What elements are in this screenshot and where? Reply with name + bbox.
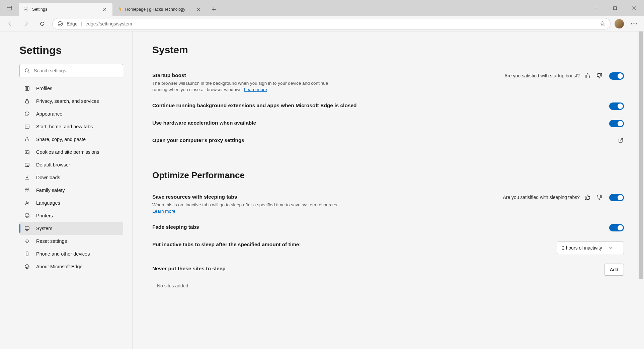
sidebar-item-label: Phone and other devices — [36, 251, 90, 257]
titlebar: Settings Homepage | gHacks Technology — [0, 0, 644, 16]
palette-icon — [24, 111, 30, 117]
language-icon — [24, 200, 30, 206]
learn-more-link[interactable]: Learn more — [244, 87, 267, 92]
sidebar-item-appearance[interactable]: Appearance — [19, 108, 123, 120]
sidebar-item-printers[interactable]: Printers — [19, 209, 123, 222]
back-button[interactable] — [4, 18, 16, 30]
reset-icon — [24, 238, 30, 244]
system-icon — [24, 225, 30, 231]
setting-title: Startup boost — [152, 72, 498, 78]
sidebar-item-cookies[interactable]: Cookies and site permissions — [19, 146, 123, 158]
sidebar-item-default-browser[interactable]: Default browser — [19, 158, 123, 171]
sidebar-item-label: About Microsoft Edge — [36, 264, 83, 269]
thumbs-down-button[interactable] — [596, 72, 602, 79]
setting-description: The browser will launch in the backgroun… — [152, 80, 340, 93]
tab-ghacks[interactable]: Homepage | gHacks Technology — [112, 3, 206, 16]
site-identity-label: Edge — [67, 21, 78, 26]
thumbs-up-button[interactable] — [584, 72, 591, 79]
sidebar-item-share[interactable]: Share, copy, and paste — [19, 133, 123, 146]
reload-button[interactable] — [36, 18, 48, 30]
svg-line-11 — [28, 72, 29, 73]
toolbar: Edge | edge://settings/system — [0, 16, 644, 31]
tab-close-button[interactable] — [195, 6, 202, 12]
printer-icon — [24, 213, 30, 219]
tab-actions-icon — [6, 5, 12, 11]
sidebar-item-label: Reset settings — [36, 238, 67, 244]
setting-background-extensions: Continue running background extensions a… — [152, 98, 624, 115]
toggle-sleeping-tabs[interactable] — [609, 194, 624, 201]
edge-icon — [24, 264, 30, 270]
optimize-performance-card: Save resources with sleeping tabs When t… — [152, 189, 624, 290]
new-tab-button[interactable] — [208, 4, 220, 15]
tab-close-button[interactable] — [102, 6, 108, 12]
close-window-button[interactable] — [625, 0, 644, 16]
minimize-icon — [593, 6, 597, 10]
sleep-time-select[interactable]: 2 hours of inactivity — [557, 241, 624, 254]
favorite-button[interactable] — [599, 21, 606, 27]
sidebar-item-languages[interactable]: Languages — [19, 197, 123, 209]
svg-point-9 — [636, 23, 637, 24]
setting-title: Save resources with sleeping tabs — [152, 194, 496, 200]
more-icon — [631, 23, 637, 24]
thumbs-up-icon — [584, 72, 591, 79]
maximize-button[interactable] — [605, 0, 625, 16]
tab-actions-button[interactable] — [0, 0, 19, 16]
feedback-group: Are you satisfied with startup boost? — [504, 72, 602, 79]
settings-search[interactable] — [19, 64, 123, 77]
tab-settings[interactable]: Settings — [19, 3, 112, 16]
sidebar-item-profiles[interactable]: Profiles — [19, 82, 123, 95]
toggle-startup-boost[interactable] — [609, 72, 624, 80]
svg-rect-17 — [25, 151, 29, 154]
sidebar-item-phone[interactable]: Phone and other devices — [19, 248, 123, 260]
sidebar-item-system[interactable]: System — [19, 222, 123, 235]
star-add-icon — [599, 21, 606, 27]
close-icon — [632, 6, 636, 10]
setting-sleeping-tabs: Save resources with sleeping tabs When t… — [152, 189, 624, 219]
sidebar-title: Settings — [19, 44, 123, 57]
address-bar[interactable]: Edge | edge://settings/system — [52, 18, 611, 29]
arrow-left-icon — [7, 21, 13, 27]
browser-icon — [24, 162, 30, 168]
add-site-button[interactable]: Add — [604, 264, 624, 276]
learn-more-link[interactable]: Learn more — [152, 209, 175, 214]
lock-icon — [24, 98, 30, 104]
toggle-fade-tabs[interactable] — [609, 224, 624, 231]
search-input[interactable] — [34, 68, 118, 73]
thumbs-down-button[interactable] — [596, 194, 602, 201]
setting-description: When this is on, inactive tabs will go t… — [152, 202, 340, 215]
minimize-button[interactable] — [586, 0, 605, 16]
thumbs-up-button[interactable] — [584, 194, 591, 201]
reload-icon — [39, 21, 45, 27]
thumbs-down-icon — [596, 194, 602, 201]
sidebar-item-reset[interactable]: Reset settings — [19, 235, 123, 248]
svg-rect-0 — [7, 6, 12, 10]
thumbs-up-icon — [584, 194, 591, 201]
setting-proxy[interactable]: Open your computer's proxy settings — [152, 133, 624, 150]
svg-point-23 — [25, 189, 27, 190]
sidebar-item-downloads[interactable]: Downloads — [19, 171, 123, 184]
never-sleep-empty: No sites added — [152, 280, 624, 290]
forward-button[interactable] — [20, 18, 32, 30]
close-icon — [197, 8, 200, 11]
app-menu-button[interactable] — [628, 18, 640, 30]
feedback-group: Are you satisified with sleeping tabs? — [503, 194, 602, 201]
divider: | — [81, 21, 82, 26]
sidebar-item-label: Share, copy, and paste — [36, 137, 86, 142]
sidebar-item-start[interactable]: Start, home, and new tabs — [19, 120, 123, 133]
sidebar-item-label: Start, home, and new tabs — [36, 124, 93, 129]
toggle-background-extensions[interactable] — [609, 102, 624, 110]
vertical-scrollbar[interactable] — [639, 31, 643, 349]
close-icon — [103, 8, 106, 11]
sidebar-item-about[interactable]: About Microsoft Edge — [19, 260, 123, 273]
setting-title: Use hardware acceleration when available — [152, 120, 602, 126]
sidebar-item-family[interactable]: Family safety — [19, 184, 123, 197]
sidebar-item-privacy[interactable]: Privacy, search, and services — [19, 95, 123, 108]
profile-avatar[interactable] — [615, 19, 624, 28]
feedback-prompt: Are you satisified with sleeping tabs? — [503, 195, 580, 200]
scrollbar-thumb[interactable] — [639, 31, 643, 279]
external-link-icon — [618, 137, 624, 143]
toggle-hardware-acceleration[interactable] — [609, 120, 624, 127]
sidebar-item-label: System — [36, 226, 52, 231]
edge-logo-icon — [57, 21, 63, 27]
section-title-system: System — [152, 44, 624, 56]
